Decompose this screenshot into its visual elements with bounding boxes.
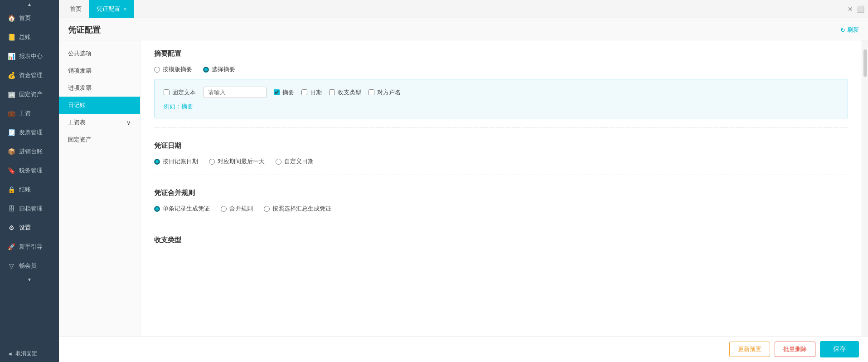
tab-bar: 首页 凭证配置 × ✕ ⬜ <box>59 0 868 18</box>
sidebar-item-home-label: 首页 <box>19 14 31 22</box>
member-icon: ▽ <box>7 262 15 269</box>
merge-radio-merge[interactable]: 合并规则 <box>221 205 253 213</box>
checkbox-income-type[interactable]: 收支类型 <box>329 88 361 97</box>
scroll-thumb[interactable] <box>863 49 867 77</box>
update-preview-button[interactable]: 更新预置 <box>729 342 770 357</box>
summary-radio-template-label: 按模版摘要 <box>163 65 192 73</box>
sidebar-item-home[interactable]: 🏠 首页 <box>0 9 59 28</box>
tab-voucher-close[interactable]: × <box>124 6 126 12</box>
summary-radio-template-input[interactable] <box>154 67 160 73</box>
nav-fixed-assets-label: 固定资产 <box>68 136 92 144</box>
home-icon: 🏠 <box>7 15 15 22</box>
sidebar-item-guide[interactable]: 🚀 新手引导 <box>0 237 59 256</box>
sidebar-item-member-label: 畅会员 <box>19 262 37 270</box>
checkbox-fixed-text-input[interactable] <box>164 89 170 95</box>
summary-title: 摘要配置 <box>154 49 848 58</box>
refresh-button[interactable]: ↻ 刷新 <box>840 26 859 34</box>
right-content: 摘要配置 按模版摘要 选择摘要 <box>141 40 862 336</box>
window-restore-icon[interactable]: ⬜ <box>857 5 864 13</box>
salary-icon: 💼 <box>7 110 15 117</box>
checkbox-date[interactable]: 日期 <box>301 88 322 97</box>
tab-home[interactable]: 首页 <box>63 0 89 18</box>
tab-voucher[interactable]: 凭证配置 × <box>89 0 134 18</box>
merge-radio-total[interactable]: 按照选择汇总生成凭证 <box>264 205 331 213</box>
sidebar-item-funds[interactable]: 💰 资金管理 <box>0 66 59 85</box>
sidebar-item-close[interactable]: 🔒 结账 <box>0 180 59 199</box>
sidebar-item-member[interactable]: ▽ 畅会员 <box>0 256 59 275</box>
merge-radio-single-input[interactable] <box>154 206 160 212</box>
checkbox-summary[interactable]: 摘要 <box>274 88 294 97</box>
window-close-icon[interactable]: ✕ <box>848 5 853 13</box>
date-radio-journal-label: 按日记账日期 <box>163 157 198 166</box>
sidebar-item-assets-label: 固定资产 <box>19 90 43 98</box>
merge-radio-merge-input[interactable] <box>221 206 227 212</box>
page-title: 凭证配置 <box>68 24 840 35</box>
summary-config-box: 固定文本 摘要 日期 <box>154 79 848 118</box>
sidebar-scroll-up[interactable]: ▲ <box>0 0 59 9</box>
nav-fixed-assets[interactable]: 固定资产 <box>59 131 140 148</box>
checkbox-summary-input[interactable] <box>274 89 280 95</box>
ledger-icon: 📒 <box>7 34 15 41</box>
page-header: 凭证配置 ↻ 刷新 <box>59 18 868 40</box>
date-radio-custom[interactable]: 自定义日期 <box>276 157 314 166</box>
fixed-text-input[interactable] <box>203 87 267 98</box>
checkbox-counterpart-input[interactable] <box>369 89 374 95</box>
date-radio-period-input[interactable] <box>209 159 215 165</box>
date-radio-group: 按日记账日期 对应期间最后一天 自定义日期 <box>154 157 848 166</box>
main-area: 首页 凭证配置 × ✕ ⬜ 凭证配置 ↻ 刷新 公共选项 销项发票 进项 <box>59 0 868 362</box>
sidebar-item-assets[interactable]: 🏢 固定资产 <box>0 85 59 104</box>
merge-title: 凭证合并规则 <box>154 189 848 197</box>
save-button[interactable]: 保存 <box>820 341 859 357</box>
sidebar-item-invoice[interactable]: 🧾 发票管理 <box>0 123 59 142</box>
date-radio-journal-input[interactable] <box>154 159 160 165</box>
batch-delete-button[interactable]: 批量删除 <box>775 342 815 357</box>
date-title: 凭证日期 <box>154 142 848 150</box>
sidebar-item-funds-label: 资金管理 <box>19 71 43 79</box>
nav-journal[interactable]: 日记账 <box>59 97 140 114</box>
nav-public-label: 公共选项 <box>68 49 92 58</box>
merge-radio-total-label: 按照选择汇总生成凭证 <box>272 205 331 213</box>
merge-radio-single-label: 单条记录生成凭证 <box>163 205 210 213</box>
nav-payroll[interactable]: 工资表 ∨ <box>59 114 140 131</box>
date-radio-period[interactable]: 对应期间最后一天 <box>209 157 265 166</box>
date-radio-journal[interactable]: 按日记账日期 <box>154 157 198 166</box>
scroll-track[interactable] <box>862 40 868 336</box>
nav-purchase-label: 进项发票 <box>68 84 92 92</box>
date-radio-custom-label: 自定义日期 <box>284 157 314 166</box>
left-nav: 公共选项 销项发票 进项发票 日记账 工资表 ∨ 固定资产 <box>59 40 141 336</box>
sidebar-scroll-down[interactable]: ▼ <box>0 275 59 284</box>
merge-radio-single[interactable]: 单条记录生成凭证 <box>154 205 210 213</box>
checkbox-counterpart[interactable]: 对方户名 <box>369 88 401 97</box>
date-section: 凭证日期 按日记账日期 对应期间最后一天 自定义日期 <box>154 142 848 175</box>
sidebar-item-settings[interactable]: ⚙ 设置 <box>0 218 59 237</box>
summary-radio-template[interactable]: 按模版摘要 <box>154 65 192 73</box>
sidebar-cancel-pin[interactable]: ◄ 取消固定 <box>0 345 59 362</box>
date-radio-custom-input[interactable] <box>276 159 281 165</box>
summary-checkbox-row: 固定文本 摘要 日期 <box>164 87 839 98</box>
sidebar-item-report[interactable]: 📊 报表中心 <box>0 47 59 66</box>
invoice-icon: 🧾 <box>7 129 15 136</box>
nav-sales[interactable]: 销项发票 <box>59 62 140 79</box>
merge-radio-total-input[interactable] <box>264 206 270 212</box>
sidebar-item-salary[interactable]: 💼 工资 <box>0 104 59 123</box>
sidebar-item-purchase[interactable]: 📦 进销台账 <box>0 142 59 161</box>
sidebar-item-archive[interactable]: 🗄 归档管理 <box>0 199 59 218</box>
sidebar-item-ledger[interactable]: 📒 总账 <box>0 28 59 47</box>
summary-radio-group: 按模版摘要 选择摘要 <box>154 65 848 73</box>
sidebar: ▲ 🏠 首页 📒 总账 📊 报表中心 💰 资金管理 🏢 固定资产 💼 工资 🧾 … <box>0 0 59 362</box>
checkbox-fixed-text[interactable]: 固定文本 <box>164 88 196 97</box>
settings-icon: ⚙ <box>7 224 15 231</box>
close-account-icon: 🔒 <box>7 186 15 193</box>
summary-example: 例如：摘要 <box>164 103 839 111</box>
summary-radio-select[interactable]: 选择摘要 <box>203 65 235 73</box>
window-controls: ✕ ⬜ <box>848 5 864 13</box>
nav-public[interactable]: 公共选项 <box>59 45 140 62</box>
summary-radio-select-input[interactable] <box>203 67 209 73</box>
checkbox-date-input[interactable] <box>301 89 307 95</box>
checkbox-income-type-input[interactable] <box>329 89 335 95</box>
sidebar-item-report-label: 报表中心 <box>19 52 43 60</box>
cancel-pin-label: 取消固定 <box>15 350 37 357</box>
sidebar-item-tax[interactable]: 🔖 税务管理 <box>0 161 59 180</box>
sidebar-item-guide-label: 新手引导 <box>19 243 43 251</box>
nav-purchase[interactable]: 进项发票 <box>59 79 140 97</box>
